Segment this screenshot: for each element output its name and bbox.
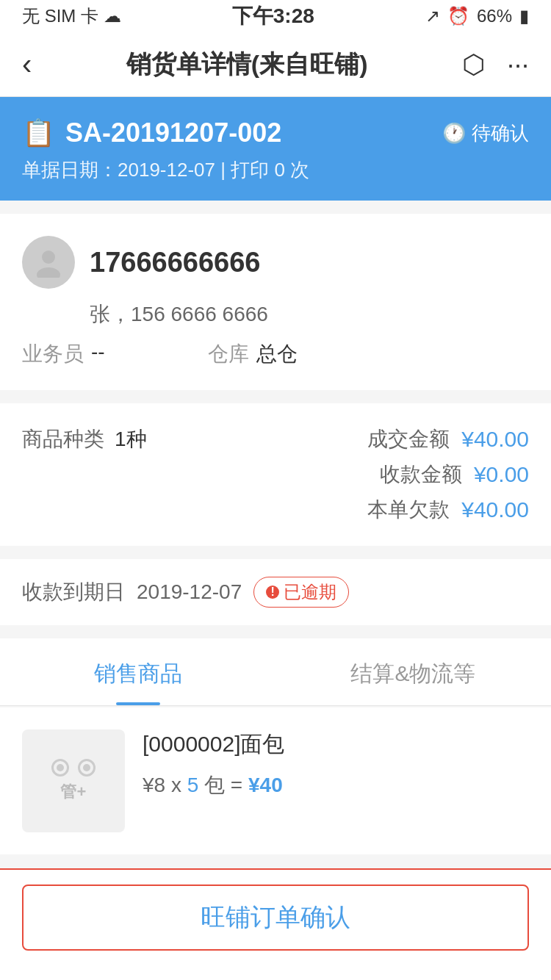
amounts-card: 商品种类 1种 成交金额 ¥40.00 收款金额 ¥0.00 本单欠款 ¥40.… <box>0 403 551 546</box>
battery-icon: ▮ <box>519 6 529 26</box>
status-left: 无 SIM 卡 ☁ <box>22 4 121 28</box>
product-equals: = <box>231 774 248 796</box>
product-name: [0000002]面包 <box>143 729 529 760</box>
tabs-bar: 销售商品 结算&物流等 <box>0 638 551 706</box>
status-bar: 无 SIM 卡 ☁ 下午3:28 ↗ ⏰ 66% ▮ <box>0 0 551 32</box>
product-list: 管+ [0000002]面包 ¥8 x 5 包 = ¥40 <box>0 707 551 854</box>
salesperson-value: -- <box>91 340 105 368</box>
nav-bar: ‹ 销货单详情(来自旺铺) ⬡ ··· <box>0 32 551 97</box>
customer-phone: 17666666666 <box>90 247 260 278</box>
customer-avatar <box>22 236 75 289</box>
due-date-card: 收款到期日 2019-12-07 ! 已逾期 <box>0 559 551 625</box>
customer-meta: 业务员 -- 仓库 总仓 <box>22 340 529 368</box>
location-icon: ↗ <box>425 6 440 26</box>
confirm-order-button[interactable]: 旺铺订单确认 <box>22 884 529 951</box>
product-qty: 5 <box>187 774 199 796</box>
svg-point-0 <box>42 251 55 264</box>
product-multiply: x <box>171 774 187 796</box>
warehouse-value: 总仓 <box>256 340 298 368</box>
svg-point-1 <box>37 267 60 278</box>
alarm-icon: ⏰ <box>447 6 469 26</box>
balance-label: 本单欠款 <box>367 496 450 524</box>
order-id: 📋 SA-20191207-002 <box>22 118 281 148</box>
due-date-label: 收款到期日 <box>22 578 125 606</box>
order-header: 📋 SA-20191207-002 🕐 待确认 单据日期：2019-12-07 … <box>0 97 551 201</box>
overdue-text: 已逾期 <box>284 580 336 604</box>
tab-sales-goods[interactable]: 销售商品 <box>0 638 276 705</box>
goods-type-label: 商品种类 <box>22 425 104 453</box>
product-price-row: ¥8 x 5 包 = ¥40 <box>143 771 529 799</box>
transaction-value: ¥40.00 <box>461 427 529 452</box>
bottom-bar: 旺铺订单确认 <box>0 868 551 980</box>
customer-card: 17666666666 张，156 6666 6666 业务员 -- 仓库 总仓 <box>0 214 551 390</box>
transaction-label: 成交金额 <box>367 425 450 453</box>
product-item: 管+ [0000002]面包 ¥8 x 5 包 = ¥40 <box>0 707 551 854</box>
product-unit: 包 <box>204 774 225 796</box>
warehouse-label: 仓库 <box>208 340 249 368</box>
more-icon[interactable]: ··· <box>507 49 529 80</box>
sim-label: 无 SIM 卡 ☁ <box>22 4 121 28</box>
due-date-value: 2019-12-07 <box>137 580 242 604</box>
product-price: ¥8 <box>143 774 165 796</box>
payment-label: 收款金额 <box>380 461 462 489</box>
product-thumbnail: 管+ <box>22 729 125 832</box>
order-date: 单据日期：2019-12-07 | 打印 0 次 <box>22 157 529 183</box>
salesperson-label: 业务员 <box>22 340 84 368</box>
status-time: 下午3:28 <box>232 2 314 30</box>
battery-label: 66% <box>477 6 512 26</box>
customer-name: 张，156 6666 6666 <box>90 300 529 328</box>
order-status: 🕐 待确认 <box>442 120 529 146</box>
payment-value: ¥0.00 <box>474 462 529 487</box>
clock-icon: 🕐 <box>442 122 466 145</box>
product-total: ¥40 <box>248 774 283 796</box>
goods-type-value: 1种 <box>115 425 147 453</box>
overdue-badge: ! 已逾期 <box>253 577 349 608</box>
balance-value: ¥40.00 <box>461 497 529 522</box>
product-info: [0000002]面包 ¥8 x 5 包 = ¥40 <box>143 729 529 799</box>
share-icon[interactable]: ⬡ <box>462 49 485 80</box>
status-right: ↗ ⏰ 66% ▮ <box>425 6 529 26</box>
nav-actions: ⬡ ··· <box>462 49 529 80</box>
order-icon: 📋 <box>22 118 55 148</box>
back-button[interactable]: ‹ <box>22 48 32 81</box>
overdue-icon: ! <box>266 586 279 599</box>
page-title: 销货单详情(来自旺铺) <box>126 48 368 82</box>
tab-settlement[interactable]: 结算&物流等 <box>276 638 551 705</box>
